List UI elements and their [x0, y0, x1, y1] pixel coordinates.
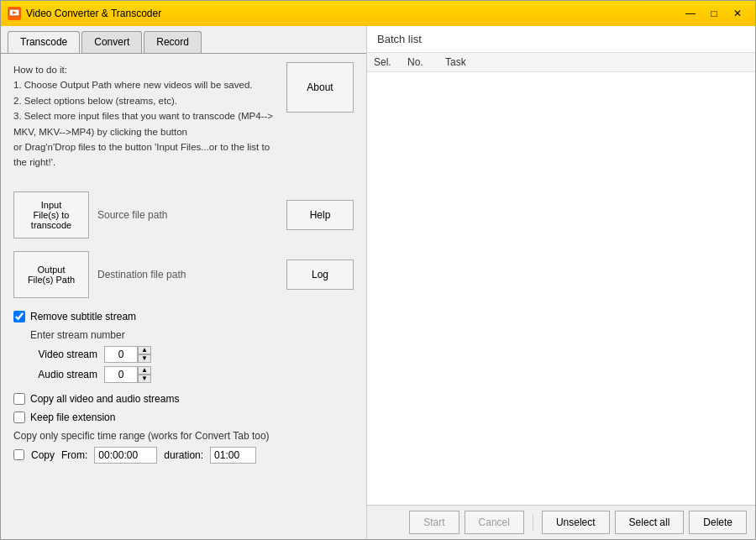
video-stream-spinner-buttons: ▲ ▼ — [138, 346, 151, 363]
video-stream-up[interactable]: ▲ — [138, 346, 151, 354]
options-section: Remove subtitle stream Enter stream numb… — [13, 311, 354, 464]
time-range-row: Copy From: duration: — [13, 447, 354, 464]
about-button[interactable]: About — [286, 62, 354, 113]
time-copy-label: Copy — [31, 449, 55, 461]
time-range-title: Copy only specific time range (works for… — [13, 430, 354, 442]
video-stream-input[interactable] — [104, 346, 138, 363]
cancel-button[interactable]: Cancel — [465, 511, 524, 534]
col-header-sel: Sel. — [374, 56, 407, 68]
keep-extension-label: Keep file extension — [30, 412, 115, 423]
duration-input[interactable] — [210, 447, 256, 464]
video-stream-label: Video stream — [30, 349, 97, 360]
maximize-button[interactable]: □ — [703, 5, 725, 22]
tab-transcode[interactable]: Transcode — [8, 31, 80, 53]
right-panel: Batch list Sel. No. Task Start Cancel Un… — [366, 26, 755, 539]
log-button[interactable]: Log — [286, 260, 354, 290]
close-button[interactable]: ✕ — [727, 5, 748, 22]
remove-subtitle-checkbox[interactable] — [13, 311, 25, 322]
output-files-button[interactable]: Output File(s) Path — [13, 251, 89, 298]
copy-streams-label: Copy all video and audio streams — [30, 393, 179, 405]
audio-stream-spinner: ▲ ▼ — [104, 366, 151, 383]
bottom-bar: Start Cancel Unselect Select all Delete — [367, 505, 755, 539]
audio-stream-spinner-buttons: ▲ ▼ — [138, 366, 151, 383]
audio-stream-row: Audio stream ▲ ▼ — [30, 366, 151, 383]
remove-subtitle-label: Remove subtitle stream — [30, 311, 136, 322]
app-icon — [8, 7, 21, 20]
start-button[interactable]: Start — [409, 511, 459, 534]
left-panel: Transcode Convert Record How to do it: 1… — [1, 26, 366, 539]
divider — [533, 514, 533, 531]
input-files-row: Input File(s) to transcode Source file p… — [13, 191, 354, 239]
output-files-row: Output File(s) Path Destination file pat… — [13, 251, 354, 298]
batch-list-header: Batch list — [367, 26, 755, 53]
keep-extension-checkbox[interactable] — [13, 412, 25, 423]
copy-streams-checkbox[interactable] — [13, 393, 25, 405]
main-window: Video Converter & Transcoder — □ ✕ Trans… — [0, 0, 756, 540]
audio-stream-up[interactable]: ▲ — [138, 366, 151, 375]
title-bar: Video Converter & Transcoder — □ ✕ — [1, 1, 755, 26]
video-stream-spinner: ▲ ▼ — [104, 346, 151, 363]
delete-button[interactable]: Delete — [689, 511, 747, 534]
destination-file-path: Destination file path — [97, 269, 278, 280]
unselect-button[interactable]: Unselect — [542, 511, 610, 534]
copy-streams-row: Copy all video and audio streams — [13, 393, 354, 405]
audio-stream-input[interactable] — [104, 366, 138, 383]
title-bar-left: Video Converter & Transcoder — [8, 7, 161, 20]
time-copy-checkbox[interactable] — [13, 449, 24, 460]
keep-extension-row: Keep file extension — [13, 412, 354, 423]
video-stream-row: Video stream ▲ ▼ — [30, 346, 151, 363]
time-range-section: Copy only specific time range (works for… — [13, 430, 354, 464]
tab-record[interactable]: Record — [144, 31, 202, 53]
tab-content: How to do it: 1. Choose Output Path wher… — [1, 53, 366, 539]
duration-label: duration: — [164, 449, 203, 461]
video-stream-down[interactable]: ▼ — [138, 354, 151, 363]
tabs-container: Transcode Convert Record — [1, 26, 366, 53]
remove-subtitle-row: Remove subtitle stream — [13, 311, 354, 322]
instructions-text: How to do it: 1. Choose Output Path wher… — [13, 62, 278, 170]
window-title: Video Converter & Transcoder — [26, 8, 161, 19]
audio-stream-label: Audio stream — [30, 369, 97, 380]
col-header-no: No. — [407, 56, 445, 68]
tab-convert[interactable]: Convert — [81, 31, 142, 53]
minimize-button[interactable]: — — [680, 5, 701, 22]
from-label: From: — [61, 449, 87, 461]
source-file-path: Source file path — [97, 209, 278, 221]
stream-section-title: Enter stream number — [30, 329, 151, 341]
window-controls: — □ ✕ — [680, 5, 748, 22]
audio-stream-down[interactable]: ▼ — [138, 375, 151, 383]
batch-table-body — [367, 72, 755, 505]
stream-controls: Enter stream number Video stream ▲ ▼ — [30, 329, 151, 386]
from-input[interactable] — [94, 447, 157, 464]
batch-table-header: Sel. No. Task — [367, 53, 755, 72]
input-files-button[interactable]: Input File(s) to transcode — [13, 191, 89, 239]
select-all-button[interactable]: Select all — [615, 511, 685, 534]
help-button[interactable]: Help — [286, 200, 354, 230]
col-header-task: Task — [445, 56, 748, 68]
main-content: Transcode Convert Record How to do it: 1… — [1, 26, 755, 539]
